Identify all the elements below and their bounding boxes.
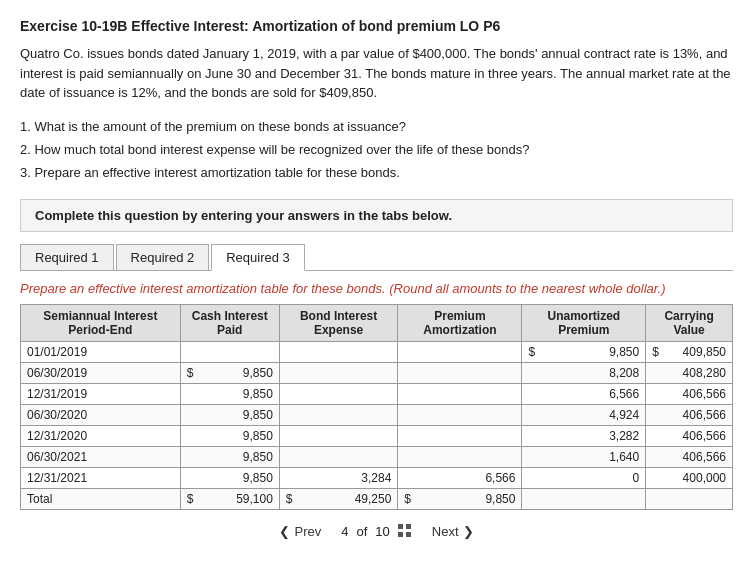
cell-unamortized: 0 <box>522 467 646 488</box>
cell-period: Total <box>21 488 181 509</box>
cell-premium <box>398 341 522 362</box>
instruction-box: Complete this question by entering your … <box>20 199 733 232</box>
cell-cash <box>180 341 279 362</box>
page-info: 4 of 10 <box>341 524 412 539</box>
prepare-note: (Round all amounts to the nearest whole … <box>389 281 665 296</box>
tab-required2[interactable]: Required 2 <box>116 244 210 270</box>
cell-bond <box>279 341 398 362</box>
cell-bond <box>279 404 398 425</box>
grid-icon <box>398 524 412 538</box>
cell-cash: 9,850 <box>180 425 279 446</box>
page-current: 4 <box>341 524 348 539</box>
question-1: 1. What is the amount of the premium on … <box>20 115 733 138</box>
cell-period: 12/31/2021 <box>21 467 181 488</box>
cell-bond: 3,284 <box>279 467 398 488</box>
cell-period: 12/31/2020 <box>21 425 181 446</box>
tabs-container: Required 1 Required 2 Required 3 <box>20 244 733 271</box>
col-header-unamortized: Unamortized Premium <box>522 304 646 341</box>
cell-unamortized: 1,640 <box>522 446 646 467</box>
cell-period: 06/30/2020 <box>21 404 181 425</box>
footer-nav: ❮ Prev 4 of 10 Next ❯ <box>20 524 733 539</box>
col-header-cash: Cash Interest Paid <box>180 304 279 341</box>
table-row: Total$59,100$49,250$9,850 <box>21 488 733 509</box>
cell-unamortized: 4,924 <box>522 404 646 425</box>
question-2: 2. How much total bond interest expense … <box>20 138 733 161</box>
question-3: 3. Prepare an effective interest amortiz… <box>20 161 733 184</box>
cell-unamortized: 3,282 <box>522 425 646 446</box>
prepare-text: Prepare an effective interest amortizati… <box>20 281 733 296</box>
cell-unamortized: $9,850 <box>522 341 646 362</box>
exercise-title: Exercise 10-19B Effective Interest: Amor… <box>20 18 733 34</box>
page-total: 10 <box>375 524 389 539</box>
col-header-carrying: Carrying Value <box>646 304 733 341</box>
prev-button[interactable]: ❮ Prev <box>279 524 321 539</box>
questions: 1. What is the amount of the premium on … <box>20 115 733 185</box>
cell-carrying: $409,850 <box>646 341 733 362</box>
next-label: Next <box>432 524 459 539</box>
prev-arrow-icon: ❮ <box>279 524 290 539</box>
cell-carrying <box>646 488 733 509</box>
cell-cash: 9,850 <box>180 383 279 404</box>
cell-premium <box>398 446 522 467</box>
cell-bond <box>279 362 398 383</box>
cell-premium: 6,566 <box>398 467 522 488</box>
cell-period: 06/30/2021 <box>21 446 181 467</box>
cell-unamortized <box>522 488 646 509</box>
cell-carrying: 408,280 <box>646 362 733 383</box>
cell-premium <box>398 383 522 404</box>
next-button[interactable]: Next ❯ <box>432 524 474 539</box>
next-arrow-icon: ❯ <box>463 524 474 539</box>
tab-required3[interactable]: Required 3 <box>211 244 305 271</box>
cell-bond: $49,250 <box>279 488 398 509</box>
cell-period: 12/31/2019 <box>21 383 181 404</box>
tab-required1[interactable]: Required 1 <box>20 244 114 270</box>
cell-cash: 9,850 <box>180 446 279 467</box>
cell-carrying: 400,000 <box>646 467 733 488</box>
cell-period: 06/30/2019 <box>21 362 181 383</box>
table-row: 12/31/20199,8506,566406,566 <box>21 383 733 404</box>
cell-cash: $59,100 <box>180 488 279 509</box>
cell-bond <box>279 446 398 467</box>
cell-premium <box>398 425 522 446</box>
cell-carrying: 406,566 <box>646 425 733 446</box>
cell-carrying: 406,566 <box>646 446 733 467</box>
amortization-table: Semiannual Interest Period-End Cash Inte… <box>20 304 733 510</box>
cell-unamortized: 6,566 <box>522 383 646 404</box>
table-row: 06/30/20219,8501,640406,566 <box>21 446 733 467</box>
col-header-bond: Bond Interest Expense <box>279 304 398 341</box>
prev-label: Prev <box>294 524 321 539</box>
cell-cash: 9,850 <box>180 404 279 425</box>
col-header-premium: Premium Amortization <box>398 304 522 341</box>
col-header-period: Semiannual Interest Period-End <box>21 304 181 341</box>
cell-period: 01/01/2019 <box>21 341 181 362</box>
table-row: 01/01/2019$9,850$409,850 <box>21 341 733 362</box>
cell-bond <box>279 383 398 404</box>
cell-premium <box>398 362 522 383</box>
cell-premium: $9,850 <box>398 488 522 509</box>
cell-carrying: 406,566 <box>646 404 733 425</box>
table-row: 12/31/20219,8503,2846,5660400,000 <box>21 467 733 488</box>
cell-unamortized: 8,208 <box>522 362 646 383</box>
cell-cash: $9,850 <box>180 362 279 383</box>
cell-bond <box>279 425 398 446</box>
cell-cash: 9,850 <box>180 467 279 488</box>
table-row: 06/30/20209,8504,924406,566 <box>21 404 733 425</box>
cell-carrying: 406,566 <box>646 383 733 404</box>
description: Quatro Co. issues bonds dated January 1,… <box>20 44 733 103</box>
of-label: of <box>356 524 367 539</box>
table-row: 12/31/20209,8503,282406,566 <box>21 425 733 446</box>
cell-premium <box>398 404 522 425</box>
table-row: 06/30/2019$9,8508,208408,280 <box>21 362 733 383</box>
